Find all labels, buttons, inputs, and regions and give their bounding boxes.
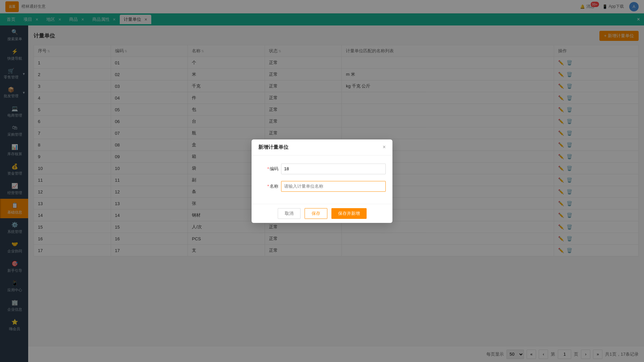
name-required-star: * <box>267 184 269 189</box>
modal-header: 新增计量单位 × <box>252 139 392 156</box>
save-and-new-button[interactable]: 保存并新增 <box>331 208 367 219</box>
modal-body: *编码 *名称 <box>252 156 392 204</box>
modal-title: 新增计量单位 <box>258 144 288 150</box>
name-label: *名称 <box>258 183 278 189</box>
name-form-row: *名称 <box>258 181 386 192</box>
modal-footer: 取消 保存 保存并新增 <box>252 204 392 223</box>
code-form-row: *编码 <box>258 164 386 174</box>
name-input[interactable] <box>281 181 386 192</box>
save-button[interactable]: 保存 <box>305 208 327 219</box>
code-input[interactable] <box>281 164 386 174</box>
add-unit-modal: 新增计量单位 × *编码 *名称 取消 保存 保存并新增 <box>252 139 392 223</box>
modal-overlay: 新增计量单位 × *编码 *名称 取消 保存 保存并新增 <box>0 0 644 362</box>
code-label: *编码 <box>258 166 278 172</box>
code-required-star: * <box>267 166 269 171</box>
cancel-button[interactable]: 取消 <box>278 208 301 219</box>
modal-close-btn[interactable]: × <box>383 144 386 150</box>
